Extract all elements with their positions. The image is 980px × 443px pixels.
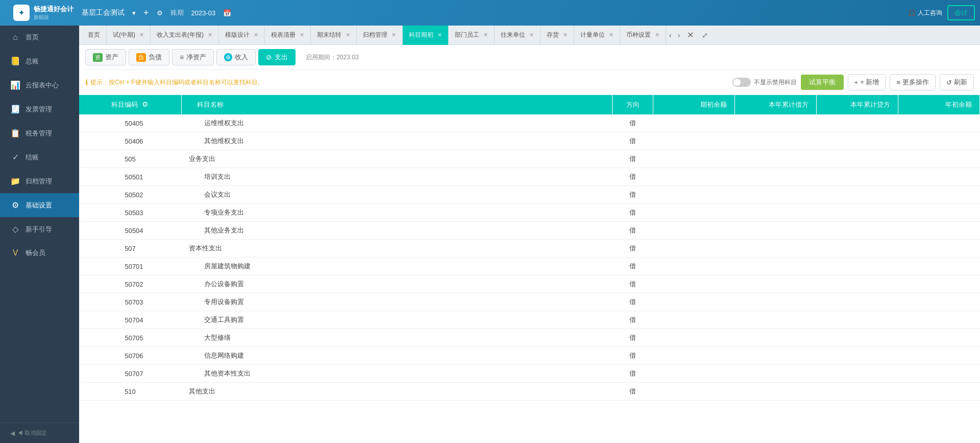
cell-balance <box>653 275 735 293</box>
sidebar-item-settings[interactable]: ⚙ 基础设置 <box>0 193 79 217</box>
tab-counterpart[interactable]: 往来单位 ✕ <box>495 26 541 45</box>
sidebar-item-label: 新手引导 <box>26 225 52 234</box>
sub-tab-net-asset-label: 净资产 <box>186 53 206 62</box>
table-row[interactable]: 50701 房屋建筑物购建 借 <box>79 258 980 275</box>
table-row[interactable]: 510 其他支出 借 <box>79 383 980 401</box>
table-row[interactable]: 50704 交通工具购置 借 <box>79 311 980 329</box>
add-button[interactable]: + + 新增 <box>848 74 886 90</box>
cell-ytd-balance <box>898 168 980 186</box>
tab-home[interactable]: 首页 <box>82 26 107 45</box>
table-row[interactable]: 50501 培训支出 借 <box>79 168 980 186</box>
more-icon: ≡ <box>896 79 900 86</box>
dropdown-icon[interactable]: ▾ <box>132 9 136 17</box>
refresh-button[interactable]: ↺ 刷新 <box>940 74 974 90</box>
sidebar-item-guide[interactable]: ◇ 新手引导 <box>0 217 79 241</box>
sub-tab-expense[interactable]: ⊘ 支出 <box>258 49 296 65</box>
calendar-icon[interactable]: 📅 <box>223 9 231 17</box>
tab-expand[interactable]: ⤢ <box>698 26 712 45</box>
col-header-balance: 期初余额 <box>653 95 735 114</box>
tab-currency[interactable]: 币种设置 ✕ <box>620 26 666 45</box>
cell-ytd-balance <box>898 383 980 401</box>
table-row[interactable]: 50405 运维维权支出 借 <box>79 114 980 132</box>
logo-sub: 旗舰版 <box>34 14 74 21</box>
tab-close-template[interactable]: ✕ <box>254 32 258 38</box>
sub-tab-income[interactable]: ⊕ 收入 <box>216 49 256 65</box>
table-row[interactable]: 50706 信息网络购建 借 <box>79 347 980 365</box>
tab-income-report[interactable]: 收入支出表(年报) ✕ <box>151 26 219 45</box>
sidebar-item-tax[interactable]: 📋 税务管理 <box>0 121 79 145</box>
add-tab-btn[interactable]: + <box>143 8 149 18</box>
calc-balance-button[interactable]: 试算平衡 <box>801 75 844 90</box>
add-icon: + <box>854 79 859 86</box>
toggle-switch[interactable] <box>732 78 751 87</box>
table-wrapper[interactable]: 科目编码 ⚙ 科目名称 方向 期初余额 本年累计借方 本年累计贷方 年初余额 <box>79 95 980 443</box>
period-label: 账期 <box>170 8 184 17</box>
tab-close-archive-mgmt[interactable]: ✕ <box>391 32 396 38</box>
sidebar-item-reports[interactable]: 📊 云报表中心 <box>0 73 79 97</box>
sub-tab-asset[interactable]: 资 资产 <box>85 49 126 65</box>
table-row[interactable]: 507 资本性支出 借 <box>79 240 980 258</box>
cell-ytd-debit <box>735 186 817 204</box>
subjects-table: 科目编码 ⚙ 科目名称 方向 期初余额 本年累计借方 本年累计贷方 年初余额 <box>79 95 980 401</box>
table-row[interactable]: 50707 其他资本性支出 借 <box>79 365 980 383</box>
table-row[interactable]: 505 业务支出 借 <box>79 150 980 168</box>
sidebar-item-ledger[interactable]: 📒 总账 <box>0 49 79 73</box>
tab-close-currency[interactable]: ✕ <box>655 32 659 38</box>
tab-close-trial[interactable]: ✕ <box>139 32 144 38</box>
tab-close-dept-emp[interactable]: ✕ <box>483 32 488 38</box>
table-row[interactable]: 50702 办公设备购置 借 <box>79 275 980 293</box>
cell-ytd-credit <box>817 311 898 329</box>
tab-archive-mgmt[interactable]: 归档管理 ✕ <box>357 26 403 45</box>
tab-nav-next[interactable]: › <box>675 26 683 45</box>
table-row[interactable]: 50406 其他维权支出 借 <box>79 132 980 150</box>
cell-name: 大型修缮 <box>181 329 612 347</box>
tab-tax-clear[interactable]: 税表清册 ✕ <box>265 26 311 45</box>
cell-ytd-credit <box>817 365 898 383</box>
sub-tab-liability-label: 负债 <box>149 53 162 62</box>
ledger-icon: 📒 <box>10 56 20 66</box>
cell-ytd-debit <box>735 347 817 365</box>
tab-close-subject-init[interactable]: ✕ <box>437 32 442 38</box>
sidebar-item-label: 总账 <box>26 57 39 66</box>
sidebar-item-archive[interactable]: 📁 归档管理 <box>0 169 79 193</box>
sidebar-item-member[interactable]: V 畅会员 <box>0 241 79 265</box>
refresh-icon: ↺ <box>946 79 952 86</box>
table-row[interactable]: 50502 会议支出 借 <box>79 186 980 204</box>
tab-close-unit[interactable]: ✕ <box>609 32 614 38</box>
cell-name: 培训支出 <box>181 168 612 186</box>
tab-close-income-report[interactable]: ✕ <box>208 32 212 38</box>
tab-close-all[interactable]: ✕ <box>683 26 698 45</box>
table-row[interactable]: 50703 专用设备购置 借 <box>79 293 980 311</box>
more-button[interactable]: ≡ 更多操作 <box>890 74 936 90</box>
table-row[interactable]: 50504 其他业务支出 借 <box>79 222 980 240</box>
tab-unit[interactable]: 计量单位 ✕ <box>574 26 620 45</box>
table-row[interactable]: 50503 专项业务支出 借 <box>79 204 980 222</box>
tab-template[interactable]: 模版设计 ✕ <box>219 26 265 45</box>
tab-inventory[interactable]: 存货 ✕ <box>541 26 574 45</box>
tab-dept-emp[interactable]: 部门员工 ✕ <box>449 26 495 45</box>
sidebar-collapse-btn[interactable]: ◀ ◀ 取消固定 <box>0 423 79 443</box>
cell-ytd-balance <box>898 114 980 132</box>
tab-close-period-end[interactable]: ✕ <box>346 32 350 38</box>
cell-ytd-credit <box>817 114 898 132</box>
accounting-button[interactable]: 会计 <box>947 5 975 20</box>
tab-subject-init[interactable]: 科目期初 ✕ <box>403 26 449 45</box>
column-settings-icon[interactable]: ⚙ <box>142 100 149 108</box>
sub-tab-liability[interactable]: 负 负债 <box>129 49 169 65</box>
tab-close-tax-clear[interactable]: ✕ <box>300 32 304 38</box>
tab-close-counterpart[interactable]: ✕ <box>529 32 534 38</box>
table-row[interactable]: 50705 大型修缮 借 <box>79 329 980 347</box>
cell-code: 50703 <box>79 293 181 311</box>
tab-nav-prev[interactable]: ‹ <box>666 26 675 45</box>
tab-period-end[interactable]: 期末结转 ✕ <box>311 26 357 45</box>
sidebar-item-invoice[interactable]: 🧾 发票管理 <box>0 97 79 121</box>
cell-name: 运维维权支出 <box>181 114 612 132</box>
tab-close-inventory[interactable]: ✕ <box>563 32 568 38</box>
sidebar-item-home[interactable]: ⌂ 首页 <box>0 26 79 49</box>
settings-icon[interactable]: ⚙ <box>157 9 163 17</box>
consult-button[interactable]: 🎧 人工咨询 <box>908 9 942 17</box>
cell-ytd-debit <box>735 222 817 240</box>
tab-trial[interactable]: 试(中期) ✕ <box>107 26 151 45</box>
sidebar-item-settle[interactable]: ✓ 结账 <box>0 145 79 169</box>
sub-tab-net-asset[interactable]: ≡ 净资产 <box>172 49 214 65</box>
